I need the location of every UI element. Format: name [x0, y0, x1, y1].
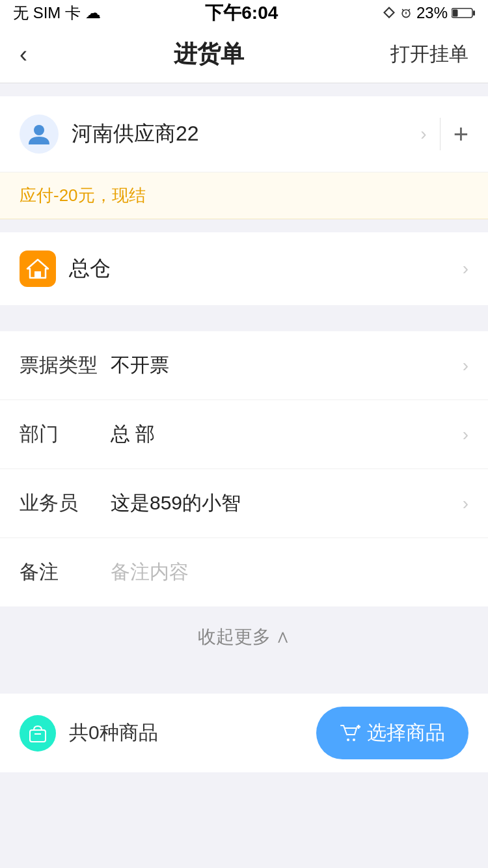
supplier-avatar	[20, 115, 59, 154]
department-row[interactable]: 部门 总 部 ›	[0, 400, 488, 469]
sim-status: 无 SIM 卡 ☁	[13, 3, 101, 23]
section-gap-1	[0, 83, 488, 96]
notice-banner: 应付-20元，现结	[0, 172, 488, 219]
svg-marker-0	[384, 8, 394, 18]
background-fill	[0, 772, 488, 868]
svg-point-12	[353, 739, 355, 741]
department-value: 总 部	[111, 421, 463, 448]
remarks-placeholder[interactable]: 备注内容	[111, 559, 468, 586]
product-bag-icon	[20, 715, 56, 752]
house-icon	[26, 257, 49, 280]
product-count-label: 共0种商品	[69, 720, 316, 746]
alarm-icon	[400, 7, 413, 20]
select-product-label: 选择商品	[367, 720, 445, 746]
invoice-type-label: 票据类型	[20, 352, 111, 379]
remarks-label: 备注	[20, 559, 111, 586]
back-button[interactable]: ‹	[20, 41, 27, 68]
warehouse-row[interactable]: 总仓 ›	[0, 232, 488, 305]
section-gap-4	[0, 668, 488, 681]
collapse-button[interactable]: 收起更多 ∧	[0, 606, 488, 668]
department-label: 部门	[20, 421, 111, 448]
invoice-type-value: 不开票	[111, 352, 463, 379]
department-chevron-icon: ›	[463, 424, 468, 445]
form-section: 票据类型 不开票 › 部门 总 部 › 业务员 这是859的小智 › 备注 备注…	[0, 331, 488, 606]
remarks-row[interactable]: 备注 备注内容	[0, 538, 488, 606]
battery-text: 23%	[416, 4, 448, 22]
nav-bar: ‹ 进货单 打开挂单	[0, 26, 488, 83]
status-left: 无 SIM 卡 ☁	[13, 3, 101, 23]
svg-rect-4	[473, 10, 475, 16]
section-gap-2	[0, 219, 488, 232]
svg-rect-9	[30, 730, 46, 742]
select-product-button[interactable]: 选择商品	[316, 707, 468, 759]
open-pending-button[interactable]: 打开挂单	[390, 41, 468, 68]
salesperson-row[interactable]: 业务员 这是859的小智 ›	[0, 469, 488, 538]
invoice-type-chevron-icon: ›	[463, 355, 468, 376]
bag-icon	[27, 722, 49, 744]
warehouse-name: 总仓	[69, 254, 463, 283]
supplier-actions: › +	[420, 118, 468, 150]
svg-rect-8	[34, 271, 41, 278]
supplier-name: 河南供应商22	[72, 120, 420, 148]
supplier-section: 河南供应商22 › + 应付-20元，现结	[0, 96, 488, 219]
salesperson-chevron-icon: ›	[463, 493, 468, 514]
invoice-type-row[interactable]: 票据类型 不开票 ›	[0, 331, 488, 400]
vertical-divider	[440, 118, 441, 150]
cart-add-icon	[340, 723, 360, 744]
page-title: 进货单	[174, 38, 244, 70]
warehouse-chevron-icon: ›	[463, 258, 468, 279]
supplier-chevron-icon: ›	[420, 124, 426, 144]
status-time: 下午6:04	[205, 1, 278, 25]
location-icon	[383, 7, 396, 20]
svg-point-6	[34, 125, 44, 135]
person-icon	[26, 121, 52, 147]
battery-icon	[452, 7, 475, 19]
bottom-bar: 共0种商品 选择商品	[0, 694, 488, 772]
svg-rect-5	[452, 10, 457, 17]
svg-point-11	[347, 739, 349, 741]
status-right: 23%	[383, 4, 475, 22]
section-gap-3	[0, 305, 488, 318]
status-bar: 无 SIM 卡 ☁ 下午6:04 23%	[0, 0, 488, 26]
warehouse-section[interactable]: 总仓 ›	[0, 232, 488, 305]
add-supplier-button[interactable]: +	[454, 120, 468, 149]
salesperson-value: 这是859的小智	[111, 490, 463, 517]
supplier-row[interactable]: 河南供应商22 › +	[0, 96, 488, 172]
warehouse-icon	[20, 251, 56, 287]
salesperson-label: 业务员	[20, 490, 111, 517]
